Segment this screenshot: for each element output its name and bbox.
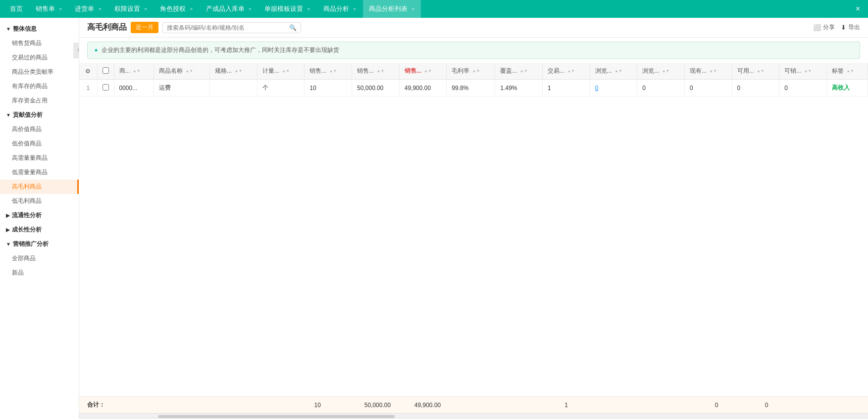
table-header-row: ⚙ 商... ▲▼ 商品名称 ▲▼ 规格... [79, 63, 868, 80]
scrollbar-thumb[interactable] [158, 415, 395, 418]
sidebar-item-in-stock-goods[interactable]: 有库存的商品 [0, 79, 79, 93]
col-saleable[interactable]: 可销... ▲▼ [779, 63, 827, 80]
sort-margin-rate-icon[interactable]: ▲▼ [472, 69, 480, 73]
nav-home[interactable]: 首页 [4, 0, 29, 18]
sidebar-collapse-btn[interactable]: 《 [73, 43, 79, 58]
footer-current-stock: 0 [710, 402, 760, 409]
sidebar-item-new-goods[interactable]: 新品 [0, 266, 79, 280]
bottom-scrollbar[interactable] [79, 413, 868, 419]
content-area: 高毛利商品 近一月 🔍 ⬜ 分享 ⬇ 导出 ✦ 企业的主要的利润都是这部分商品创… [79, 18, 868, 419]
col-sales-profit[interactable]: 销售... ▲▼ [399, 63, 447, 80]
sidebar-item-high-margin[interactable]: 高毛利商品 [0, 180, 79, 194]
sidebar-section-flow[interactable]: ▶ 流通性分析 [0, 208, 79, 223]
col-available[interactable]: 可用... ▲▼ [732, 63, 779, 80]
sort-saleable-icon[interactable]: ▲▼ [804, 69, 812, 73]
window-close-icon[interactable]: × [852, 4, 864, 13]
col-unit[interactable]: 计量... ▲▼ [257, 63, 305, 80]
sidebar-item-all-goods[interactable]: 全部商品 [0, 251, 79, 266]
col-settings[interactable]: ⚙ [79, 63, 97, 80]
nav-purchase-order[interactable]: 进货单 × [69, 0, 107, 18]
sidebar-item-low-margin[interactable]: 低毛利商品 [0, 194, 79, 208]
export-icon: ⬇ [841, 24, 846, 31]
close-purchase-order[interactable]: × [98, 6, 101, 12]
footer-sales-qty: 10 [309, 402, 359, 409]
col-current-stock[interactable]: 现有... ▲▼ [684, 63, 732, 80]
table-container: ⚙ 商... ▲▼ 商品名称 ▲▼ 规格... [79, 63, 868, 396]
sidebar-item-low-demand[interactable]: 低需量量商品 [0, 165, 79, 180]
close-template-settings[interactable]: × [307, 6, 310, 12]
cell-browse1[interactable]: 0 [590, 80, 637, 96]
nav-goods-analysis[interactable]: 商品分析 × [317, 0, 362, 18]
share-button[interactable]: ⬜ 分享 [813, 23, 835, 32]
footer-spacer4 [259, 402, 309, 409]
sort-sales-profit-icon[interactable]: ▲▼ [424, 69, 432, 73]
sidebar-item-sales-goods[interactable]: 销售货商品 [0, 36, 79, 50]
col-code[interactable]: 商... ▲▼ [114, 63, 154, 80]
nav-template-settings[interactable]: 单据模板设置 × [258, 0, 316, 18]
export-button[interactable]: ⬇ 导出 [841, 23, 860, 32]
col-tag[interactable]: 标签 ▲▼ [826, 63, 868, 80]
sidebar-section-overall[interactable]: ▼ 整体信息 [0, 22, 79, 36]
cell-sales-amount: 50,000.00 [352, 80, 400, 96]
sort-code-icon[interactable]: ▲▼ [133, 69, 141, 73]
close-sales-order[interactable]: × [59, 6, 62, 12]
close-role-auth[interactable]: × [190, 6, 193, 12]
sort-current-stock-icon[interactable]: ▲▼ [709, 69, 717, 73]
nav-permission-settings[interactable]: 权限设置 × [108, 0, 153, 18]
footer-spacer1 [109, 402, 159, 409]
sidebar-item-goods-contribution[interactable]: 商品分类贡献率 [0, 65, 79, 79]
col-name[interactable]: 商品名称 ▲▼ [154, 63, 210, 80]
row-checkbox[interactable] [102, 84, 109, 91]
sidebar-item-low-value[interactable]: 低价值商品 [0, 137, 79, 151]
sort-trade-icon[interactable]: ▲▼ [567, 69, 575, 73]
nav-role-auth[interactable]: 角色授权 × [154, 0, 199, 18]
sort-browse1-icon[interactable]: ▲▼ [614, 69, 622, 73]
col-browse2[interactable]: 浏览... ▲▼ [637, 63, 685, 80]
sort-sales-amount-icon[interactable]: ▲▼ [376, 69, 384, 73]
close-goods-analysis-list[interactable]: × [411, 6, 414, 12]
cell-spec [210, 80, 257, 96]
close-goods-analysis[interactable]: × [353, 6, 356, 12]
sidebar-item-stock-funds[interactable]: 库存资金占用 [0, 93, 79, 108]
sidebar-item-high-demand[interactable]: 高需量量商品 [0, 151, 79, 165]
sidebar-section-profit[interactable]: ▼ 贡献值分析 [0, 108, 79, 122]
sort-name-icon[interactable]: ▲▼ [185, 69, 193, 73]
nav-goods-analysis-list[interactable]: 商品分析列表 × [363, 0, 420, 18]
info-banner: ✦ 企业的主要的利润都是这部分商品创造的，可考虑加大推广，同时关注库存是不要出现… [87, 42, 860, 59]
sort-available-icon[interactable]: ▲▼ [757, 69, 765, 73]
sidebar-section-growth[interactable]: ▶ 成长性分析 [0, 223, 79, 237]
sidebar-section-marketing[interactable]: ▼ 营销推广分析 [0, 237, 79, 251]
sort-browse2-icon[interactable]: ▲▼ [662, 69, 670, 73]
sidebar-item-high-value[interactable]: 高价值商品 [0, 122, 79, 137]
footer-trade: 1 [560, 402, 610, 409]
nav-finished-goods[interactable]: 产成品入库单 × [200, 0, 257, 18]
search-icon[interactable]: 🔍 [289, 24, 297, 31]
arrow-profit: ▼ [6, 112, 11, 118]
footer-label: 合计： [87, 401, 105, 409]
close-permission-settings[interactable]: × [144, 6, 147, 12]
arrow-flow: ▶ [6, 213, 10, 218]
period-button[interactable]: 近一月 [131, 22, 158, 33]
col-browse1[interactable]: 浏览... ▲▼ [590, 63, 637, 80]
content-header: 高毛利商品 近一月 🔍 ⬜ 分享 ⬇ 导出 [79, 18, 868, 38]
col-coverage[interactable]: 覆盖... ▲▼ [495, 63, 543, 80]
col-trade[interactable]: 交易... ▲▼ [543, 63, 590, 80]
col-sales-amount[interactable]: 销售... ▲▼ [352, 63, 400, 80]
col-sales-qty[interactable]: 销售... ▲▼ [305, 63, 352, 80]
sort-sales-qty-icon[interactable]: ▲▼ [329, 69, 337, 73]
footer-spacer8 [660, 402, 710, 409]
select-all-checkbox[interactable] [102, 67, 109, 74]
cell-check[interactable] [97, 80, 114, 96]
search-input[interactable] [167, 24, 287, 31]
close-finished-goods[interactable]: × [249, 6, 252, 12]
page-title: 高毛利商品 [87, 22, 127, 33]
nav-sales-order[interactable]: 销售单 × [30, 0, 68, 18]
sort-spec-icon[interactable]: ▲▼ [235, 69, 243, 73]
col-margin-rate[interactable]: 毛利率 ▲▼ [447, 63, 495, 80]
sort-coverage-icon[interactable]: ▲▼ [520, 69, 528, 73]
sort-unit-icon[interactable]: ▲▼ [282, 69, 290, 73]
col-check[interactable] [97, 63, 114, 80]
col-spec[interactable]: 规格... ▲▼ [210, 63, 257, 80]
sidebar-item-traded-goods[interactable]: 交易过的商品 [0, 50, 79, 65]
sort-tag-icon[interactable]: ▲▼ [846, 69, 854, 73]
